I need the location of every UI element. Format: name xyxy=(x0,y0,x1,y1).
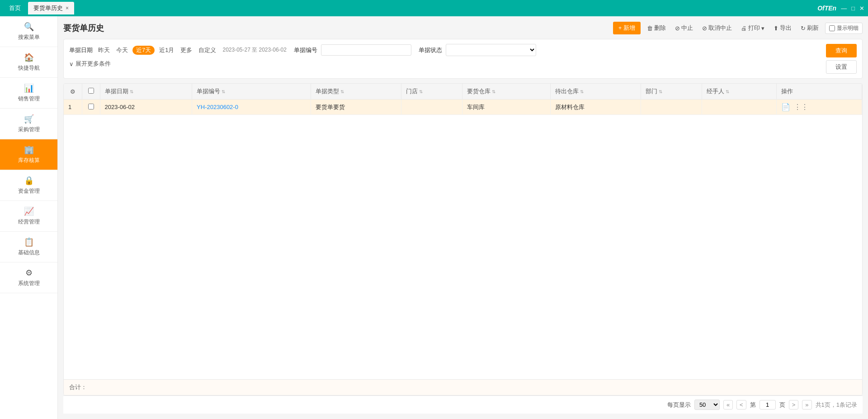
sidebar-item-search-menu[interactable]: 🔍 搜索菜单 xyxy=(0,16,57,47)
row-more-icon[interactable]: ⋮⋮ xyxy=(794,103,808,111)
sort-pending-icon: ⇅ xyxy=(580,89,584,94)
show-detail-button[interactable]: 显示明细 xyxy=(825,23,863,34)
sidebar-item-finance-label: 资金管理 xyxy=(18,187,40,195)
filter-row-1: 单据日期 昨天 今天 近7天 近1月 更多 自定义 2023-05-27 至 2… xyxy=(69,44,817,56)
select-all-checkbox[interactable] xyxy=(88,88,94,94)
home-tab-label: 首页 xyxy=(9,2,21,14)
sort-handler-icon: ⇅ xyxy=(726,89,729,94)
first-page-button[interactable]: « xyxy=(723,400,733,409)
status-select[interactable] xyxy=(446,44,536,56)
shortcut-more[interactable]: 更多 xyxy=(179,46,194,55)
sidebar-item-purchase-label: 采购管理 xyxy=(18,126,40,133)
brand-label: OfTEn xyxy=(817,5,836,12)
search-menu-icon: 🔍 xyxy=(24,22,34,32)
shortcut-yesterday[interactable]: 昨天 xyxy=(96,46,112,55)
shortcut-today[interactable]: 今天 xyxy=(114,46,130,55)
data-table: ⚙ 单据日期⇅ 单据编号⇅ 单据类型⇅ 门店⇅ 要货仓库⇅ 待出仓库⇅ 部门⇅ … xyxy=(64,84,862,115)
right-actions: 查询 设置 xyxy=(826,44,857,74)
row-department xyxy=(641,100,702,115)
sidebar-item-purchase[interactable]: 🛒 采购管理 xyxy=(0,109,57,139)
date-filter-group: 单据日期 昨天 今天 近7天 近1月 更多 自定义 2023-05-27 至 2… xyxy=(69,46,287,55)
print-dropdown-icon: ▾ xyxy=(761,25,764,32)
status-filter-group: 单据状态 xyxy=(419,44,536,56)
last-page-button[interactable]: » xyxy=(802,400,811,409)
docno-link[interactable]: YH-20230602-0 xyxy=(197,104,238,110)
refresh-icon: ↻ xyxy=(801,25,806,32)
export-button[interactable]: ⬆ 导出 xyxy=(771,24,794,32)
operations-icon: 📈 xyxy=(24,206,34,216)
row-checkbox-cell xyxy=(82,100,100,115)
row-index: 1 xyxy=(64,100,82,115)
active-tab[interactable]: 要货单历史 × xyxy=(28,2,74,14)
sort-dept-icon: ⇅ xyxy=(659,89,662,94)
page-title: 要货单历史 xyxy=(63,23,613,33)
tab-close-icon[interactable]: × xyxy=(66,2,69,14)
maximize-icon[interactable]: □ xyxy=(851,5,855,12)
stop-button[interactable]: ⊘ 中止 xyxy=(672,24,696,32)
footer-label: 合计： xyxy=(69,384,87,390)
finance-icon: 🔒 xyxy=(24,176,34,186)
shortcut-custom[interactable]: 自定义 xyxy=(197,46,218,55)
shortcut-1month[interactable]: 近1月 xyxy=(157,46,176,55)
sort-doctype-icon: ⇅ xyxy=(340,89,344,94)
sidebar-item-sales[interactable]: 📊 销售管理 xyxy=(0,78,57,109)
page-label-pre: 第 xyxy=(750,401,756,409)
setting-button[interactable]: 设置 xyxy=(826,60,857,74)
sidebar-item-operations[interactable]: 📈 经营管理 xyxy=(0,201,57,232)
row-edit-icon[interactable]: 📄 xyxy=(781,103,790,111)
sidebar-item-quick-nav[interactable]: 🏠 快捷导航 xyxy=(0,47,57,78)
th-settings[interactable]: ⚙ xyxy=(64,84,82,100)
page-size-select[interactable]: 50 10 20 100 xyxy=(694,400,720,410)
th-actions: 操作 xyxy=(777,84,862,100)
th-doctype[interactable]: 单据类型⇅ xyxy=(311,84,401,100)
expand-filter-btn[interactable]: ∨ 展开更多条件 xyxy=(69,60,817,68)
table-footer: 合计： xyxy=(64,379,862,395)
show-detail-checkbox[interactable] xyxy=(829,25,835,31)
row-req-warehouse: 车间库 xyxy=(462,100,550,115)
system-icon: ⚙ xyxy=(25,268,33,278)
page-input[interactable] xyxy=(760,400,776,409)
delete-button[interactable]: 🗑 删除 xyxy=(644,24,669,32)
sort-docno-icon: ⇅ xyxy=(222,89,225,94)
th-store[interactable]: 门店⇅ xyxy=(401,84,462,100)
cancel-stop-icon: ⊘ xyxy=(702,25,707,32)
docno-input[interactable] xyxy=(321,44,411,56)
th-handler[interactable]: 经手人⇅ xyxy=(702,84,777,100)
top-bar: 首页 要货单历史 × OfTEn — □ ✕ xyxy=(0,0,868,16)
sidebar-item-system[interactable]: ⚙ 系统管理 xyxy=(0,262,57,293)
sidebar-item-system-label: 系统管理 xyxy=(18,280,40,287)
sales-icon: 📊 xyxy=(24,83,34,93)
page-total-info: 共1页，1条记录 xyxy=(816,401,857,409)
active-tab-label: 要货单历史 xyxy=(33,2,63,14)
th-req-warehouse[interactable]: 要货仓库⇅ xyxy=(462,84,550,100)
sidebar-item-inventory-label: 库存核算 xyxy=(18,157,40,164)
table-header-row: ⚙ 单据日期⇅ 单据编号⇅ 单据类型⇅ 门店⇅ 要货仓库⇅ 待出仓库⇅ 部门⇅ … xyxy=(64,84,862,100)
th-checkbox xyxy=(82,84,100,100)
close-window-icon[interactable]: ✕ xyxy=(859,5,864,12)
row-checkbox[interactable] xyxy=(88,104,94,110)
new-button[interactable]: + 新增 xyxy=(613,22,641,34)
home-tab[interactable]: 首页 xyxy=(4,2,26,14)
sidebar-item-inventory[interactable]: 🏢 库存核算 xyxy=(0,139,57,170)
next-page-button[interactable]: > xyxy=(789,400,799,409)
docno-filter-group: 单据编号 xyxy=(294,44,411,56)
print-button[interactable]: 🖨 打印 ▾ xyxy=(738,24,767,32)
sidebar-item-search-menu-label: 搜索菜单 xyxy=(18,33,40,41)
cancel-stop-button[interactable]: ⊘ 取消中止 xyxy=(699,24,735,32)
date-filter-label: 单据日期 xyxy=(69,46,93,54)
sort-req-icon: ⇅ xyxy=(492,89,495,94)
th-pending-warehouse[interactable]: 待出仓库⇅ xyxy=(551,84,641,100)
minimize-icon[interactable]: — xyxy=(841,5,847,12)
refresh-button[interactable]: ↻ 刷新 xyxy=(798,24,821,32)
th-department[interactable]: 部门⇅ xyxy=(641,84,702,100)
prev-page-button[interactable]: < xyxy=(736,400,746,409)
sidebar-item-finance[interactable]: 🔒 资金管理 xyxy=(0,170,57,201)
th-docno[interactable]: 单据编号⇅ xyxy=(192,84,311,100)
shortcut-7days[interactable]: 近7天 xyxy=(132,46,155,55)
sidebar-item-basic-info[interactable]: 📋 基础信息 xyxy=(0,232,57,262)
query-button[interactable]: 查询 xyxy=(826,44,857,57)
row-docno: YH-20230602-0 xyxy=(192,100,311,115)
th-date[interactable]: 单据日期⇅ xyxy=(100,84,192,100)
sort-store-icon: ⇅ xyxy=(419,89,423,94)
expand-label: 展开更多条件 xyxy=(75,60,111,68)
